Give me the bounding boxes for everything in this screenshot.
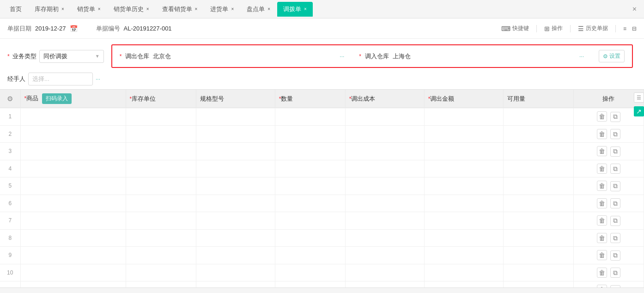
delete-row-button[interactable]: 🗑: [597, 198, 607, 208]
row-available[interactable]: [503, 247, 573, 264]
tab-stocktake[interactable]: 盘点单 ×: [241, 2, 276, 17]
row-product[interactable]: [20, 247, 126, 264]
row-product[interactable]: [20, 264, 126, 281]
row-product[interactable]: [20, 125, 126, 143]
history-button[interactable]: ☰ 历史单据: [578, 24, 608, 32]
row-amount[interactable]: [424, 229, 503, 247]
row-qty[interactable]: [275, 108, 345, 126]
delete-row-button[interactable]: 🗑: [597, 146, 607, 156]
delete-row-button[interactable]: 🗑: [597, 250, 607, 260]
delete-row-button[interactable]: 🗑: [597, 233, 607, 243]
delete-row-button[interactable]: 🗑: [597, 164, 607, 174]
tab-view-sales[interactable]: 查看销货单 ×: [156, 2, 204, 17]
row-amount[interactable]: [424, 247, 503, 264]
row-available[interactable]: [503, 195, 573, 212]
operations-button[interactable]: ⊞ 操作: [544, 24, 563, 32]
delete-row-button[interactable]: 🗑: [597, 215, 607, 226]
row-available[interactable]: [503, 212, 573, 230]
delete-row-button[interactable]: 🗑: [597, 181, 607, 191]
tab-sales-history[interactable]: 销货单历史 ×: [108, 2, 155, 17]
row-spec[interactable]: [196, 264, 275, 281]
copy-row-button[interactable]: ⧉: [610, 164, 620, 174]
row-spec[interactable]: [196, 160, 275, 177]
tab-close-icon[interactable]: ×: [304, 6, 307, 12]
tab-sales-order[interactable]: 销货单 ×: [71, 2, 107, 17]
row-spec[interactable]: [196, 281, 275, 288]
row-unit[interactable]: [126, 108, 196, 126]
row-qty[interactable]: [275, 160, 345, 177]
scan-enter-button[interactable]: 扫码录入: [42, 93, 72, 104]
row-unit[interactable]: [126, 281, 196, 288]
row-spec[interactable]: [196, 108, 275, 126]
row-cost[interactable]: [345, 195, 424, 212]
row-qty[interactable]: [275, 247, 345, 264]
row-spec[interactable]: [196, 247, 275, 264]
row-available[interactable]: [503, 177, 573, 195]
row-unit[interactable]: [126, 177, 196, 195]
row-available[interactable]: [503, 108, 573, 126]
row-product[interactable]: [20, 143, 126, 160]
row-qty[interactable]: [275, 212, 345, 230]
tab-close-icon[interactable]: ×: [195, 6, 198, 12]
row-cost[interactable]: [345, 212, 424, 230]
row-cost[interactable]: [345, 125, 424, 143]
copy-row-button[interactable]: ⧉: [610, 216, 620, 226]
row-cost[interactable]: [345, 143, 424, 160]
row-qty[interactable]: [275, 125, 345, 143]
row-qty[interactable]: [275, 281, 345, 288]
row-unit[interactable]: [126, 143, 196, 160]
row-unit[interactable]: [126, 247, 196, 264]
row-unit[interactable]: [126, 212, 196, 230]
tab-home[interactable]: 首页: [4, 2, 28, 17]
row-product[interactable]: [20, 281, 126, 288]
row-product[interactable]: [20, 229, 126, 247]
row-cost[interactable]: [345, 264, 424, 281]
row-amount[interactable]: [424, 177, 503, 195]
row-unit[interactable]: [126, 195, 196, 212]
row-product[interactable]: [20, 108, 126, 126]
tab-close-icon[interactable]: ×: [98, 6, 101, 12]
row-product[interactable]: [20, 177, 126, 195]
row-cost[interactable]: [345, 177, 424, 195]
row-unit[interactable]: [126, 264, 196, 281]
horizontal-scrollbar[interactable]: [0, 287, 644, 293]
row-available[interactable]: [503, 264, 573, 281]
copy-row-button[interactable]: ⧉: [610, 112, 620, 122]
tab-transfer[interactable]: 调拨单 ×: [277, 2, 313, 17]
list-view-button[interactable]: ≡: [623, 25, 626, 32]
tab-close-icon[interactable]: ×: [231, 6, 234, 12]
row-available[interactable]: [503, 125, 573, 143]
copy-row-button[interactable]: ⧉: [610, 198, 620, 208]
row-spec[interactable]: [196, 143, 275, 160]
tab-close-icon[interactable]: ×: [61, 6, 64, 12]
copy-row-button[interactable]: ⧉: [610, 268, 620, 278]
business-type-select[interactable]: 同价调拨 ▼: [39, 50, 104, 63]
row-qty[interactable]: [275, 264, 345, 281]
row-amount[interactable]: [424, 125, 503, 143]
copy-row-button[interactable]: ⧉: [610, 129, 620, 139]
row-cost[interactable]: [345, 281, 424, 288]
tab-close-icon[interactable]: ×: [267, 6, 270, 12]
handler-select[interactable]: 选择...: [28, 73, 93, 85]
tab-close-icon[interactable]: ×: [146, 6, 149, 12]
row-spec[interactable]: [196, 229, 275, 247]
sidebar-list-icon[interactable]: ☰: [634, 92, 644, 103]
row-amount[interactable]: [424, 281, 503, 288]
row-product[interactable]: [20, 160, 126, 177]
settings-button[interactable]: ⚙ 设置: [599, 50, 625, 62]
row-qty[interactable]: [275, 229, 345, 247]
row-amount[interactable]: [424, 195, 503, 212]
row-amount[interactable]: [424, 143, 503, 160]
row-cost[interactable]: [345, 160, 424, 177]
row-amount[interactable]: [424, 212, 503, 230]
row-cost[interactable]: [345, 247, 424, 264]
row-cost[interactable]: [345, 108, 424, 126]
row-spec[interactable]: [196, 177, 275, 195]
tab-inventory-initial[interactable]: 库存期初 ×: [29, 2, 70, 17]
calendar-icon[interactable]: 📅: [70, 25, 78, 32]
row-available[interactable]: [503, 229, 573, 247]
row-qty[interactable]: [275, 195, 345, 212]
row-unit[interactable]: [126, 125, 196, 143]
row-available[interactable]: [503, 143, 573, 160]
table-gear-icon[interactable]: ⚙: [7, 95, 13, 103]
